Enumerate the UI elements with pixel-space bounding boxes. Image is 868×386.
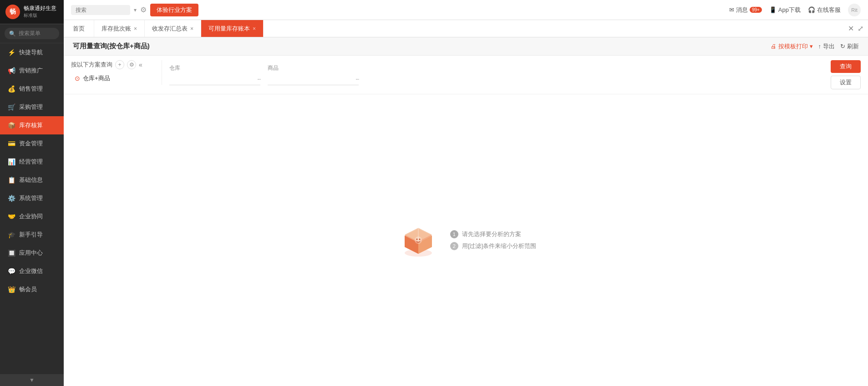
scheme-item-warehouse-product[interactable]: ⊙ 仓库+商品 <box>71 72 156 85</box>
message-label: 消息 <box>736 6 748 14</box>
sidebar-item-system[interactable]: ⚙️ 系统管理 <box>0 189 64 207</box>
sidebar-item-member[interactable]: 👑 畅会员 <box>0 280 64 299</box>
sidebar-item-wechat[interactable]: 💬 企业微信 <box>0 262 64 280</box>
scheme-item-label: 仓库+商品 <box>83 74 110 82</box>
sidebar-item-label: 经营管理 <box>19 158 43 166</box>
product-field-label: 商品 <box>268 64 359 72</box>
empty-box-svg <box>396 217 441 263</box>
topbar-right: ✉ 消息 99+ 📱 App下载 🎧 在线客服 Rit <box>729 4 861 16</box>
warehouse-more-icon[interactable]: ··· <box>257 75 260 83</box>
sidebar-logo: 畅 <box>5 5 20 19</box>
tab-batch-ledger-close[interactable]: × <box>134 26 137 32</box>
inventory-icon: 📦 <box>7 121 15 129</box>
warehouse-field-label: 仓库 <box>169 64 260 72</box>
warehouse-input[interactable]: ··· <box>169 74 260 85</box>
sidebar-item-guide[interactable]: 🎓 新手引导 <box>0 226 64 244</box>
sidebar-item-label: 应用中心 <box>19 249 43 257</box>
topbar-dropdown-arrow[interactable]: ▾ <box>134 7 137 13</box>
tab-receipt-summary-close[interactable]: × <box>190 26 193 32</box>
tab-receipt-summary[interactable]: 收发存汇总表 × <box>145 20 201 37</box>
sidebar-nav: ⚡ 快捷导航 📢 营销推广 💰 销售管理 🛒 采购管理 📦 库存核算 💳 资金管… <box>0 43 64 374</box>
sidebar-item-label: 企业微信 <box>19 267 43 275</box>
sidebar-item-label: 系统管理 <box>19 194 43 202</box>
sidebar-item-sales[interactable]: 💰 销售管理 <box>0 80 64 98</box>
tip-number-1: 1 <box>450 230 458 238</box>
topbar: ▾ ⚙ 体验行业方案 ✉ 消息 99+ 📱 App下载 🎧 在线客服 Rit <box>64 0 868 20</box>
sidebar-item-operation[interactable]: 📊 经营管理 <box>0 153 64 171</box>
sidebar-header: 畅 畅康通好生意 标准版 <box>0 0 64 24</box>
industry-solution-button[interactable]: 体验行业方案 <box>150 4 198 16</box>
tip-number-2: 2 <box>450 242 458 250</box>
print-template-button[interactable]: 🖨 按模板打印 ▾ <box>771 42 813 51</box>
svg-point-7 <box>416 239 417 240</box>
sidebar-search-btn[interactable]: 🔍 搜索菜单 <box>5 28 59 39</box>
product-field: 商品 ··· <box>268 64 359 85</box>
customer-service-label: 在线客服 <box>817 6 841 14</box>
sidebar-item-marketing[interactable]: 📢 营销推广 <box>0 62 64 80</box>
tip-text-2: 用[过滤]条件来缩小分析范围 <box>462 242 536 250</box>
settings-scheme-button[interactable]: ⚙ <box>127 60 136 69</box>
basic-icon: 📋 <box>7 176 15 184</box>
system-icon: ⚙️ <box>7 194 15 202</box>
sidebar-item-basic[interactable]: 📋 基础信息 <box>0 171 64 189</box>
settings-button[interactable]: 设置 <box>831 76 861 89</box>
printer-icon: 🖨 <box>771 43 777 50</box>
customer-service-button[interactable]: 🎧 在线客服 <box>808 6 841 14</box>
enterprise-icon: 🤝 <box>7 212 15 221</box>
export-button[interactable]: ↑ 导出 <box>818 42 835 51</box>
tabs-bar: 首页 库存批次账 × 收发存汇总表 × 可用量库存账本 × ✕ ⤢ <box>64 20 868 37</box>
sidebar-item-label: 基础信息 <box>19 176 43 184</box>
user-name: Rit <box>851 7 857 13</box>
tab-available-qty-close[interactable]: × <box>253 26 256 32</box>
sidebar-item-quick-nav[interactable]: ⚡ 快捷导航 <box>0 43 64 62</box>
sidebar-item-purchase[interactable]: 🛒 采购管理 <box>0 98 64 116</box>
sidebar-search-area[interactable]: 🔍 搜索菜单 <box>0 24 64 43</box>
warehouse-field: 仓库 ··· <box>169 64 260 85</box>
topbar-search-input[interactable] <box>71 5 130 15</box>
print-template-label: 按模板打印 <box>778 42 808 51</box>
headset-icon: 🎧 <box>808 6 815 13</box>
sidebar: 畅 畅康通好生意 标准版 🔍 搜索菜单 ⚡ 快捷导航 📢 营销推广 💰 销售管理… <box>0 0 64 386</box>
collapse-schemes-icon[interactable]: « <box>139 61 142 68</box>
filter-fields: 仓库 ··· 商品 ··· 查询 设置 <box>162 60 861 89</box>
quick-nav-icon: ⚡ <box>7 48 15 57</box>
sidebar-item-label: 资金管理 <box>19 139 43 148</box>
sidebar-item-inventory[interactable]: 📦 库存核算 <box>0 116 64 134</box>
filter-scheme-header: 按以下方案查询 + ⚙ « <box>71 60 156 69</box>
print-dropdown-arrow[interactable]: ▾ <box>810 43 813 50</box>
message-button[interactable]: ✉ 消息 99+ <box>729 6 762 14</box>
sidebar-scroll-down[interactable]: ▼ <box>0 374 64 386</box>
sidebar-item-label: 销售管理 <box>19 85 43 93</box>
topbar-gear-icon[interactable]: ⚙ <box>140 5 147 14</box>
refresh-button[interactable]: ↻ 刷新 <box>840 42 859 51</box>
sidebar-item-label: 新手引导 <box>19 231 43 239</box>
query-button[interactable]: 查询 <box>831 60 861 73</box>
sidebar-item-appstore[interactable]: 🔲 应用中心 <box>0 244 64 262</box>
finance-icon: 💳 <box>7 139 15 148</box>
sidebar-company-name: 畅康通好生意 <box>24 5 56 12</box>
app-download-label: App下载 <box>778 6 801 14</box>
tab-close-current-button[interactable]: ✕ <box>848 24 854 33</box>
tab-batch-ledger[interactable]: 库存批次账 × <box>94 20 145 37</box>
user-avatar[interactable]: Rit <box>848 4 861 16</box>
home-tab-label: 首页 <box>73 25 85 33</box>
empty-state: 1 请先选择要分析的方案 2 用[过滤]条件来缩小分析范围 <box>396 217 536 263</box>
tab-available-qty[interactable]: 可用量库存账本 × <box>201 20 264 37</box>
guide-icon: 🎓 <box>7 231 15 239</box>
tab-receipt-summary-label: 收发存汇总表 <box>152 25 188 33</box>
sidebar-item-label: 库存核算 <box>19 121 43 129</box>
sidebar-item-label: 畅会员 <box>19 285 37 293</box>
product-more-icon[interactable]: ··· <box>355 75 359 83</box>
add-scheme-button[interactable]: + <box>115 60 124 69</box>
tab-expand-button[interactable]: ⤢ <box>858 24 863 33</box>
sidebar-item-finance[interactable]: 💳 资金管理 <box>0 134 64 153</box>
filter-area: 按以下方案查询 + ⚙ « ⊙ 仓库+商品 仓库 ··· 商品 <box>64 56 868 94</box>
empty-illustration <box>396 217 441 263</box>
app-download-button[interactable]: 📱 App下载 <box>769 6 801 14</box>
sidebar-item-enterprise[interactable]: 🤝 企业协同 <box>0 207 64 226</box>
sales-icon: 💰 <box>7 85 15 93</box>
tab-home[interactable]: 首页 <box>64 20 94 37</box>
export-label: 导出 <box>823 42 835 51</box>
product-input[interactable]: ··· <box>268 74 359 85</box>
sidebar-search-label: 搜索菜单 <box>19 30 41 37</box>
